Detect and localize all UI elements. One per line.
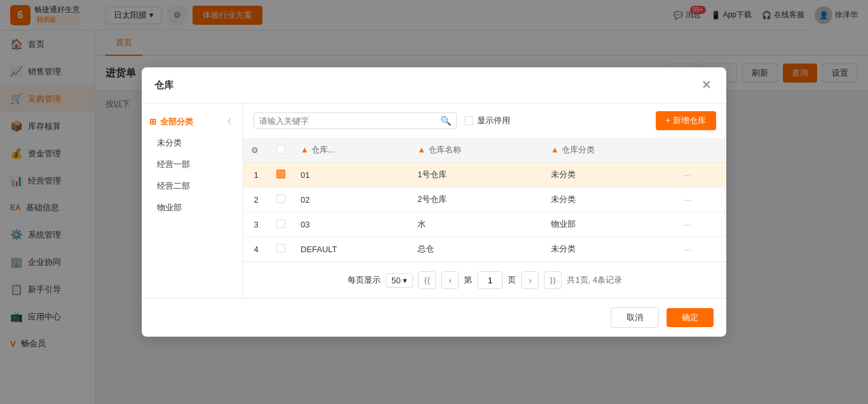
dialog-footer: 取消 确定 <box>142 298 726 337</box>
row-select-checkbox[interactable] <box>276 194 285 203</box>
row-ellipsis-button[interactable]: ··· <box>684 220 691 229</box>
search-icon: 🔍 <box>440 116 451 126</box>
close-icon[interactable]: ✕ <box>698 77 714 93</box>
row-name: 1号仓库 <box>410 163 543 187</box>
table-toolbar: 🔍 显示停用 + 新增仓库 <box>243 104 726 138</box>
row-name: 总仓 <box>410 237 543 262</box>
total-info: 共1页, 4条记录 <box>567 274 622 286</box>
row-actions: ··· <box>676 212 726 237</box>
row-num: 2 <box>243 187 269 212</box>
table-row[interactable]: 3 03 水 物业部 ··· <box>243 212 726 237</box>
show-disabled-checkbox[interactable] <box>465 116 473 125</box>
col-gear: ⚙ <box>243 138 269 163</box>
dialog-body: ⊞ 全部分类 《 未分类 经营一部 经营二部 物业部 🔍 <box>142 104 726 298</box>
table-container: ⚙ ▲仓库... ▲仓库名称 ▲仓库分类 1 01 1号仓库 未分类 ··· <box>243 138 726 262</box>
row-code: 03 <box>293 212 410 237</box>
row-checkbox[interactable] <box>269 237 293 262</box>
col-actions <box>676 138 726 163</box>
confirm-button[interactable]: 确定 <box>667 308 714 327</box>
row-category: 未分类 <box>543 187 677 212</box>
row-category: 未分类 <box>543 237 677 262</box>
search-box: 🔍 <box>254 112 457 129</box>
grid-icon: ⊞ <box>149 117 156 126</box>
prev-page-button[interactable]: ‹ <box>441 271 459 289</box>
category-header: ⊞ 全部分类 《 <box>142 111 243 132</box>
dialog-title: 仓库 <box>154 79 173 91</box>
category-all[interactable]: ⊞ 全部分类 <box>149 116 193 128</box>
row-code: 02 <box>293 187 410 212</box>
last-page-button[interactable]: ⟩⟩ <box>544 271 562 289</box>
collapse-icon[interactable]: 《 <box>220 115 235 128</box>
category-item-ops1[interactable]: 经营一部 <box>142 154 243 175</box>
table-row[interactable]: 4 DEFAULT 总仓 未分类 ··· <box>243 237 726 262</box>
cancel-button[interactable]: 取消 <box>611 307 659 328</box>
chevron-icon: ▾ <box>403 276 407 285</box>
row-name: 2号仓库 <box>410 187 543 212</box>
row-ellipsis-button[interactable]: ··· <box>684 245 691 254</box>
col-checkbox <box>269 138 293 163</box>
warehouse-dialog: 仓库 ✕ ⊞ 全部分类 《 未分类 经营一部 经营二部 物业部 <box>142 67 726 337</box>
page-number-input[interactable] <box>477 271 503 289</box>
page-size-select[interactable]: 50 ▾ <box>386 273 413 288</box>
col-category: ▲仓库分类 <box>543 138 677 163</box>
row-actions: ··· <box>676 237 726 262</box>
next-page-button[interactable]: › <box>521 271 539 289</box>
add-warehouse-button[interactable]: + 新增仓库 <box>656 111 716 130</box>
row-actions: ··· <box>676 163 726 187</box>
row-checkbox[interactable] <box>269 163 293 187</box>
category-item-property[interactable]: 物业部 <box>142 197 243 219</box>
row-ellipsis-button[interactable]: ··· <box>684 195 691 205</box>
row-category: 物业部 <box>543 212 677 237</box>
row-select-checkbox[interactable] <box>276 219 285 228</box>
search-input[interactable] <box>259 116 440 126</box>
per-page-label: 每页显示 <box>348 274 381 286</box>
dialog-overlay: 仓库 ✕ ⊞ 全部分类 《 未分类 经营一部 经营二部 物业部 <box>0 0 868 404</box>
row-select-checkbox[interactable] <box>276 170 285 178</box>
show-disabled-toggle[interactable]: 显示停用 <box>465 115 510 126</box>
show-disabled-label: 显示停用 <box>477 115 510 126</box>
row-name: 水 <box>410 212 543 237</box>
col-code: ▲仓库... <box>293 138 410 163</box>
row-checkbox[interactable] <box>269 212 293 237</box>
category-all-label: 全部分类 <box>160 116 193 128</box>
table-row[interactable]: 1 01 1号仓库 未分类 ··· <box>243 163 726 187</box>
row-category: 未分类 <box>543 163 677 187</box>
pagination: 每页显示 50 ▾ ⟨⟨ ‹ 第 页 › ⟩⟩ 共1页, 4条记录 <box>243 262 726 298</box>
row-actions: ··· <box>676 187 726 212</box>
first-page-button[interactable]: ⟨⟨ <box>418 271 436 289</box>
table-panel: 🔍 显示停用 + 新增仓库 ⚙ <box>243 104 726 298</box>
category-item-ops2[interactable]: 经营二部 <box>142 175 243 197</box>
row-num: 4 <box>243 237 269 262</box>
warehouse-table: ⚙ ▲仓库... ▲仓库名称 ▲仓库分类 1 01 1号仓库 未分类 ··· <box>243 138 726 262</box>
page-label: 第 <box>464 274 472 286</box>
table-row[interactable]: 2 02 2号仓库 未分类 ··· <box>243 187 726 212</box>
page-unit: 页 <box>508 274 516 286</box>
row-ellipsis-button[interactable]: ··· <box>684 170 691 180</box>
select-all-checkbox[interactable] <box>276 145 285 154</box>
row-code: DEFAULT <box>293 237 410 262</box>
row-checkbox[interactable] <box>269 187 293 212</box>
row-select-checkbox[interactable] <box>276 244 285 253</box>
category-item-unclassified[interactable]: 未分类 <box>142 132 243 154</box>
col-name: ▲仓库名称 <box>410 138 543 163</box>
category-panel: ⊞ 全部分类 《 未分类 经营一部 经营二部 物业部 <box>142 104 243 298</box>
row-num: 1 <box>243 163 269 187</box>
row-num: 3 <box>243 212 269 237</box>
row-code: 01 <box>293 163 410 187</box>
page-size-value: 50 <box>391 276 400 285</box>
dialog-header: 仓库 ✕ <box>142 67 726 104</box>
